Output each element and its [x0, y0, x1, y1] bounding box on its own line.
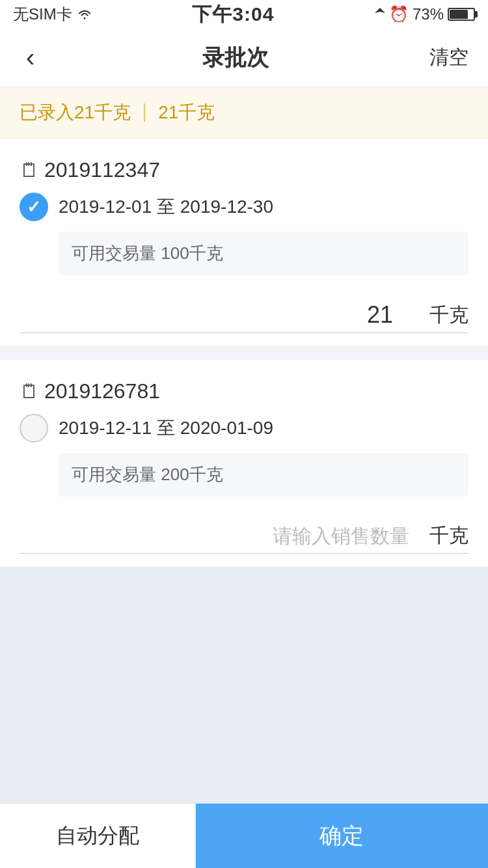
quantity-unit-2: 千克 [429, 522, 468, 549]
batch-id-1: 2019112347 [44, 158, 160, 182]
status-bar: 无SIM卡 下午3:04 ⏰ 73% [0, 0, 488, 29]
batch-available-1: 可用交易量 100千克 [59, 232, 468, 275]
batch-date-row-2[interactable]: 2019-12-11 至 2020-01-09 [20, 414, 468, 442]
batch-item-1: 🗒 2019112347 2019-12-01 至 2019-12-30 可用交… [0, 139, 488, 288]
radio-button-1[interactable] [20, 193, 48, 221]
summary-entered: 已录入21千克 [20, 100, 131, 125]
batch-id-row-1: 🗒 2019112347 [20, 158, 468, 182]
battery-percent: 73% [413, 5, 444, 23]
location-icon [375, 8, 385, 21]
wifi-icon [77, 9, 92, 20]
batch-id-row-2: 🗒 2019126781 [20, 379, 468, 403]
auto-distribute-button[interactable]: 自动分配 [0, 804, 196, 868]
clear-button[interactable]: 清空 [429, 44, 468, 71]
batch-date-row-1[interactable]: 2019-12-01 至 2019-12-30 [20, 193, 468, 221]
quantity-unit-1: 千克 [429, 302, 468, 329]
back-button[interactable]: ‹ [20, 36, 41, 79]
batch-item-2: 🗒 2019126781 2019-12-11 至 2020-01-09 可用交… [0, 360, 488, 509]
batch-date-2: 2019-12-11 至 2020-01-09 [59, 416, 273, 441]
status-left: 无SIM卡 [13, 4, 92, 25]
summary-divider [144, 103, 145, 122]
summary-total: 21千克 [158, 100, 215, 125]
batch-id-2: 2019126781 [44, 379, 160, 403]
svg-marker-0 [375, 8, 385, 13]
footer: 自动分配 确定 [0, 803, 488, 868]
batch-date-1: 2019-12-01 至 2019-12-30 [59, 195, 273, 219]
quantity-input-2[interactable] [159, 525, 419, 547]
status-right: ⏰ 73% [375, 5, 475, 23]
confirm-button[interactable]: 确定 [196, 804, 488, 868]
status-time: 下午3:04 [192, 1, 274, 28]
alarm-icon: ⏰ [389, 5, 409, 23]
batch-doc-icon-2: 🗒 [20, 381, 39, 403]
page-title: 录批次 [202, 43, 269, 73]
nav-bar: ‹ 录批次 清空 [0, 29, 488, 87]
batch-doc-icon-1: 🗒 [20, 159, 39, 182]
summary-banner: 已录入21千克 21千克 [0, 87, 488, 139]
radio-button-2[interactable] [20, 414, 48, 442]
carrier-text: 无SIM卡 [13, 4, 72, 25]
section-gap-1 [0, 347, 488, 360]
quantity-input-row-2: 千克 [0, 509, 488, 567]
battery-icon [448, 8, 475, 21]
batch-available-2: 可用交易量 200千克 [59, 453, 468, 496]
quantity-value-1: 21 [367, 301, 393, 329]
quantity-row-1: 21 千克 [0, 288, 488, 347]
